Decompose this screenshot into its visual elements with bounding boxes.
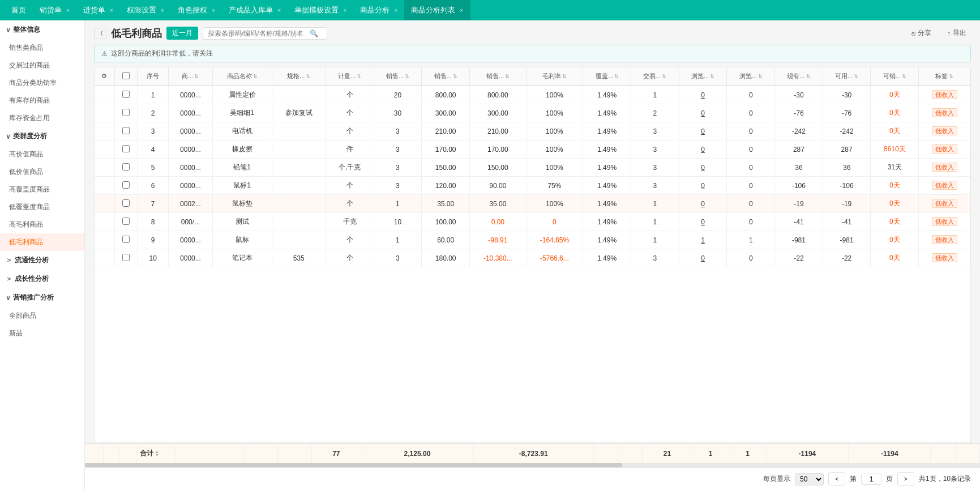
- row-checkbox[interactable]: [122, 218, 130, 225]
- sidebar-item-new-products[interactable]: 新品: [0, 325, 84, 342]
- col-stock-avail[interactable]: 可用...⇅: [823, 67, 871, 86]
- col-stock-sale[interactable]: 可销...⇅: [871, 67, 919, 86]
- row-checkbox[interactable]: [122, 254, 130, 261]
- cell-view1[interactable]: 0: [679, 104, 727, 122]
- cell-checkbox[interactable]: [114, 159, 138, 177]
- cell-gear[interactable]: [95, 104, 114, 122]
- col-sales-price[interactable]: 销售...⇅: [422, 67, 470, 86]
- cell-gear[interactable]: [95, 231, 114, 249]
- cell-gear[interactable]: [95, 249, 114, 267]
- sidebar-group-overall[interactable]: ∨ 整体信息: [0, 20, 84, 39]
- cell-checkbox[interactable]: [114, 213, 138, 231]
- cell-view1[interactable]: 0: [679, 249, 727, 267]
- close-icon[interactable]: ×: [110, 7, 113, 14]
- nav-sales-order[interactable]: 销货单 ×: [33, 0, 76, 20]
- sidebar-group-cluster[interactable]: ∨ 类群度分析: [0, 127, 84, 146]
- nav-product-analysis-list[interactable]: 商品分析列表 ×: [404, 0, 470, 20]
- nav-permissions[interactable]: 权限设置 ×: [120, 0, 171, 20]
- search-box[interactable]: 🔍: [203, 27, 327, 40]
- row-checkbox[interactable]: [122, 236, 130, 243]
- gear-icon[interactable]: ⚙: [101, 73, 107, 79]
- col-name[interactable]: 商品名称⇅: [212, 67, 272, 86]
- close-icon[interactable]: ×: [212, 7, 215, 14]
- sidebar-item-low-value[interactable]: 低价值商品: [0, 163, 84, 181]
- sidebar-item-low-margin[interactable]: 低毛利商品: [0, 233, 84, 251]
- col-sales-qty[interactable]: 销售...⇅: [374, 67, 422, 86]
- sidebar-group-growth[interactable]: ＞ 成长性分析: [0, 270, 84, 288]
- next-page-button[interactable]: ＞: [897, 472, 914, 485]
- scrollbar-thumb[interactable]: [85, 463, 622, 467]
- nav-product-analysis[interactable]: 商品分析 ×: [353, 0, 404, 20]
- col-gear[interactable]: ⚙: [95, 67, 114, 86]
- close-icon[interactable]: ×: [343, 7, 346, 14]
- sidebar-item-sales-products[interactable]: 销售类商品: [0, 39, 84, 57]
- col-view1[interactable]: 浏览...⇅: [679, 67, 727, 86]
- sidebar-item-stocked-products[interactable]: 有库存的商品: [0, 92, 84, 109]
- col-margin[interactable]: 毛利率⇅: [526, 67, 583, 86]
- cell-checkbox[interactable]: [114, 104, 138, 122]
- col-stock-now[interactable]: 现有...⇅: [775, 67, 823, 86]
- sidebar-group-liquidity[interactable]: ＞ 流通性分析: [0, 251, 84, 270]
- cell-view1[interactable]: 0: [679, 140, 727, 159]
- cell-checkbox[interactable]: [114, 249, 138, 267]
- nav-product-warehouse[interactable]: 产成品入库单 ×: [222, 0, 288, 20]
- row-checkbox[interactable]: [122, 109, 130, 116]
- nav-template-settings[interactable]: 单据模板设置 ×: [288, 0, 353, 20]
- sidebar-item-traded-products[interactable]: 交易过的商品: [0, 57, 84, 74]
- row-checkbox[interactable]: [122, 199, 130, 207]
- cell-view1[interactable]: 1: [679, 231, 727, 249]
- row-checkbox[interactable]: [122, 91, 130, 98]
- col-view2[interactable]: 浏览...⇅: [727, 67, 775, 86]
- horizontal-scrollbar[interactable]: [85, 463, 980, 467]
- col-unit[interactable]: 计量...⇅: [326, 67, 374, 86]
- cell-view1[interactable]: 0: [679, 159, 727, 177]
- cell-gear[interactable]: [95, 122, 114, 140]
- row-checkbox[interactable]: [122, 181, 130, 189]
- cell-checkbox[interactable]: [114, 231, 138, 249]
- sidebar-item-high-value[interactable]: 高价值商品: [0, 146, 84, 163]
- cell-gear[interactable]: [95, 140, 114, 159]
- col-tag[interactable]: 标签⇅: [919, 67, 970, 86]
- per-page-select[interactable]: 50 20 100: [795, 473, 824, 485]
- cell-view1[interactable]: 0: [679, 195, 727, 213]
- col-spec[interactable]: 规格...⇅: [272, 67, 326, 86]
- close-icon[interactable]: ×: [277, 7, 281, 14]
- sidebar-group-marketing[interactable]: ∨ 营销推广分析: [0, 288, 84, 307]
- sidebar-item-high-margin[interactable]: 高毛利商品: [0, 216, 84, 233]
- cell-gear[interactable]: [95, 195, 114, 213]
- col-code[interactable]: 商...⇅: [169, 67, 213, 86]
- close-icon[interactable]: ×: [460, 7, 463, 14]
- col-coverage[interactable]: 覆盖...⇅: [583, 67, 631, 86]
- cell-gear[interactable]: [95, 86, 114, 104]
- nav-home[interactable]: 首页: [5, 0, 33, 20]
- close-icon[interactable]: ×: [161, 7, 164, 14]
- sidebar-item-category-rate[interactable]: 商品分类助销率: [0, 74, 84, 92]
- close-icon[interactable]: ×: [66, 7, 70, 14]
- share-button[interactable]: ⎋ 分享: [907, 26, 936, 40]
- cell-checkbox[interactable]: [114, 86, 138, 104]
- row-checkbox[interactable]: [122, 127, 130, 134]
- sidebar-item-inventory-capital[interactable]: 库存资金占用: [0, 109, 84, 127]
- sidebar-collapse-button[interactable]: 《: [94, 28, 106, 39]
- cell-checkbox[interactable]: [114, 177, 138, 195]
- nav-role-auth[interactable]: 角色授权 ×: [171, 0, 222, 20]
- search-input[interactable]: [208, 29, 310, 37]
- cell-view1[interactable]: 0: [679, 86, 727, 104]
- cell-gear[interactable]: [95, 177, 114, 195]
- col-sales-profit[interactable]: 销售...⇅: [470, 67, 527, 86]
- cell-checkbox[interactable]: [114, 195, 138, 213]
- prev-page-button[interactable]: ＜: [828, 472, 845, 485]
- select-all-checkbox[interactable]: [122, 72, 130, 79]
- close-icon[interactable]: ×: [394, 7, 397, 14]
- cell-checkbox[interactable]: [114, 140, 138, 159]
- export-button[interactable]: ↑ 导出: [943, 26, 971, 40]
- sidebar-item-high-coverage[interactable]: 高覆盖度商品: [0, 181, 84, 198]
- col-trade[interactable]: 交易...⇅: [631, 67, 679, 86]
- sidebar-item-all-products[interactable]: 全部商品: [0, 307, 84, 325]
- col-checkbox[interactable]: [114, 67, 138, 86]
- nav-purchase-order[interactable]: 进货单 ×: [76, 0, 120, 20]
- sidebar-item-low-coverage[interactable]: 低覆盖度商品: [0, 198, 84, 216]
- cell-view1[interactable]: 0: [679, 213, 727, 231]
- filter-recent-month-button[interactable]: 近一月: [166, 27, 198, 40]
- row-checkbox[interactable]: [122, 145, 130, 152]
